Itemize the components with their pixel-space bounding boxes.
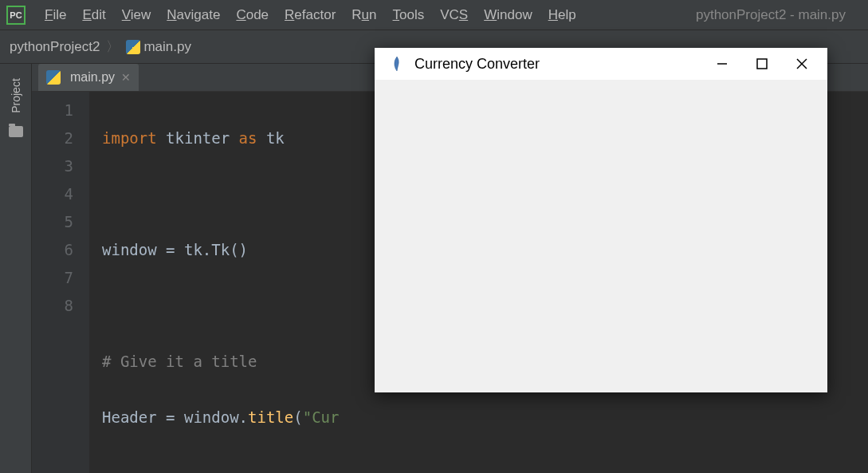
menu-refactor[interactable]: Refactor	[277, 6, 344, 25]
menu-bar: PC File Edit View Navigate Code Refactor…	[0, 0, 868, 30]
feather-icon	[389, 56, 405, 72]
tool-window-sidebar: Project	[0, 64, 32, 473]
menu-vcs[interactable]: VCS	[432, 6, 476, 25]
folder-icon[interactable]	[9, 126, 23, 137]
line-number: 8	[32, 292, 73, 320]
pycharm-app-icon: PC	[6, 6, 26, 25]
menu-code[interactable]: Code	[228, 6, 277, 25]
line-number: 7	[32, 264, 73, 292]
menu-edit[interactable]: Edit	[74, 6, 113, 25]
python-file-icon	[126, 40, 140, 54]
menu-view[interactable]: View	[114, 6, 159, 25]
window-title: pythonProject2 - main.py	[696, 7, 862, 23]
editor-tab-main[interactable]: main.py ✕	[38, 64, 139, 91]
menu-run[interactable]: Run	[344, 6, 384, 25]
close-button[interactable]	[794, 56, 810, 72]
minimize-button[interactable]	[714, 56, 730, 72]
line-number: 2	[32, 124, 73, 152]
line-number: 3	[32, 152, 73, 180]
chevron-right-icon: 〉	[106, 37, 120, 56]
svg-rect-1	[757, 59, 767, 69]
menu-window[interactable]: Window	[476, 6, 540, 25]
menu-navigate[interactable]: Navigate	[159, 6, 228, 25]
gutter: 1 2 3 4 5 6 7 8	[32, 92, 89, 473]
menu-file[interactable]: File	[37, 6, 74, 25]
line-number: 6	[32, 236, 73, 264]
line-number: 5	[32, 208, 73, 236]
tab-label: main.py	[70, 70, 115, 85]
menu-tools[interactable]: Tools	[385, 6, 433, 25]
maximize-button[interactable]	[754, 56, 770, 72]
tkinter-titlebar[interactable]: Currency Converter	[375, 48, 827, 80]
close-icon[interactable]: ✕	[121, 71, 131, 84]
breadcrumb-file[interactable]: main.py	[126, 39, 191, 55]
breadcrumb-project[interactable]: pythonProject2	[10, 39, 100, 55]
line-number: 4	[32, 180, 73, 208]
menu-help[interactable]: Help	[540, 6, 584, 25]
breadcrumb[interactable]: pythonProject2 〉 main.py	[10, 37, 191, 56]
python-file-icon	[46, 70, 61, 85]
tkinter-title: Currency Converter	[414, 56, 714, 73]
line-number: 1	[32, 97, 73, 124]
tkinter-window[interactable]: Currency Converter	[375, 48, 827, 392]
project-tool-button[interactable]: Project	[10, 78, 22, 113]
